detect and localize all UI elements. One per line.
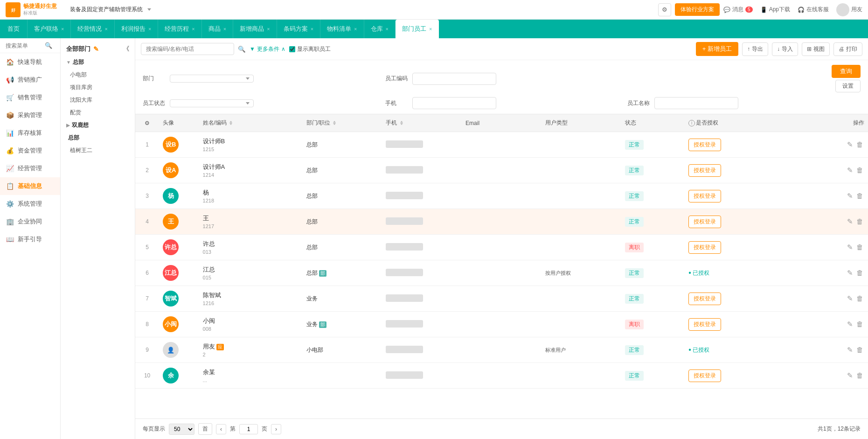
phone-filter-input[interactable] (412, 97, 496, 109)
sidebar-item-purchase[interactable]: 📦采购管理 (0, 106, 60, 124)
sidebar-item-operations[interactable]: 📈经营管理 (0, 160, 60, 177)
sidebar-search[interactable]: 🔍 (0, 38, 60, 53)
edit-button[interactable]: ✎ (846, 319, 854, 329)
tree-item-peihuo[interactable]: 配货 (61, 106, 135, 119)
print-button[interactable]: 🖨 打印 (833, 42, 862, 56)
sidebar-item-marketing[interactable]: 📢营销推广 (0, 71, 60, 89)
edit-button[interactable]: ✎ (846, 268, 854, 278)
auth-login-button[interactable]: 授权登录 (688, 241, 721, 254)
tab-close-icon[interactable]: × (148, 26, 151, 32)
tab-close-icon[interactable]: × (386, 26, 389, 32)
tab-close-icon[interactable]: × (223, 26, 226, 32)
gear-button[interactable]: ⚙ (658, 3, 671, 16)
page-input[interactable] (239, 424, 258, 434)
delete-button[interactable]: 🗑 (855, 191, 864, 201)
show-left-checkbox[interactable] (289, 46, 295, 52)
tab-close-icon[interactable]: × (192, 26, 194, 32)
search-button[interactable]: 🔍 (238, 46, 246, 53)
search-input[interactable] (141, 43, 234, 55)
delete-button[interactable]: 🗑 (855, 319, 864, 329)
nav-tab-物料清单[interactable]: 物料清单 × (320, 20, 364, 38)
first-page-button[interactable]: 首 (198, 423, 212, 435)
tree-item-xiangmuku[interactable]: 项目库房 (61, 81, 135, 94)
edit-button[interactable]: ✎ (846, 139, 854, 150)
auth-login-button[interactable]: 授权登录 (688, 190, 721, 202)
nav-tab-条码方案[interactable]: 条码方案 × (277, 20, 320, 38)
nav-tab-经营历程[interactable]: 经营历程 × (158, 20, 201, 38)
tab-close-icon[interactable]: × (354, 26, 357, 32)
nav-tab-首页[interactable]: 首页 (0, 20, 28, 38)
empcode-filter-input[interactable] (412, 73, 496, 85)
prev-page-button[interactable]: ‹ (216, 424, 226, 434)
add-employee-button[interactable]: + 新增员工 (696, 42, 738, 56)
edit-button[interactable]: ✎ (846, 370, 854, 381)
col-phone[interactable]: 手机 (382, 114, 462, 132)
delete-button[interactable]: 🗑 (855, 216, 864, 226)
auth-login-button[interactable]: 授权登录 (688, 293, 721, 305)
nav-tab-经营情况[interactable]: 经营情况 × (71, 20, 114, 38)
sidebar-item-guide[interactable]: 📖新手引导 (0, 230, 60, 248)
user-area[interactable]: 用友 (836, 3, 862, 16)
nav-tab-部门员工[interactable]: 部门员工 × (396, 20, 439, 38)
sidebar-item-quicknav[interactable]: 🏠快速导航 (0, 53, 60, 71)
nav-tab-仓库[interactable]: 仓库 × (364, 20, 396, 38)
auth-login-button[interactable]: 授权登录 (688, 369, 721, 382)
setting-button[interactable]: 设置 (835, 80, 861, 92)
sidebar-item-system[interactable]: ⚙️系统管理 (0, 195, 60, 213)
query-button[interactable]: 查询 (832, 65, 861, 78)
auth-login-button[interactable]: 授权登录 (688, 139, 721, 151)
delete-button[interactable]: 🗑 (855, 242, 864, 252)
edit-button[interactable]: ✎ (846, 191, 854, 201)
message-button[interactable]: 💬 消息 5 (723, 6, 753, 14)
tab-close-icon[interactable]: × (429, 26, 432, 32)
import-button[interactable]: ↓ 导入 (772, 42, 798, 56)
dept-collapse-icon[interactable]: 《 (123, 45, 129, 53)
sidebar-item-basic[interactable]: 📋基础信息 (0, 177, 60, 195)
tab-close-icon[interactable]: × (104, 26, 107, 32)
delete-button[interactable]: 🗑 (855, 293, 864, 303)
edit-button[interactable]: ✎ (846, 293, 854, 304)
trial-button[interactable]: 体验行业方案 (675, 3, 720, 16)
tree-item-xiaodianbu[interactable]: 小电部 (61, 69, 135, 81)
sidebar-item-finance[interactable]: 💰资金管理 (0, 142, 60, 160)
empstatus-filter-select[interactable] (170, 99, 254, 107)
sidebar-search-input[interactable] (6, 42, 43, 49)
page-size-select[interactable]: 50 20 100 (169, 424, 194, 435)
sidebar-item-enterprise[interactable]: 🏢企业协同 (0, 213, 60, 230)
tab-close-icon[interactable]: × (267, 26, 270, 32)
dept-edit-icon[interactable]: ✎ (93, 45, 99, 53)
tree-item-shenyang[interactable]: 沈阳大库 (61, 94, 135, 106)
auth-info-icon[interactable]: i (688, 120, 695, 126)
tree-group-shuanglu[interactable]: ▶ 双鹿想 (61, 119, 135, 132)
edit-button[interactable]: ✎ (846, 242, 854, 252)
edit-button[interactable]: ✎ (846, 165, 854, 175)
edit-button[interactable]: ✎ (846, 216, 854, 227)
edit-button[interactable]: ✎ (846, 345, 854, 355)
tree-group-zongbu2[interactable]: 总部 (61, 132, 135, 144)
col-dept[interactable]: 部门/职位 (303, 114, 382, 132)
nav-tab-新增商品[interactable]: 新增商品 × (233, 20, 277, 38)
auth-login-button[interactable]: 授权登录 (688, 164, 721, 177)
filter-button[interactable]: ▼ 更多条件 ∧ (250, 45, 285, 53)
next-page-button[interactable]: › (271, 424, 281, 434)
system-title-chevron[interactable] (147, 8, 151, 11)
empname-filter-input[interactable] (654, 97, 738, 109)
delete-button[interactable]: 🗑 (855, 268, 864, 278)
delete-button[interactable]: 🗑 (855, 139, 864, 149)
delete-button[interactable]: 🗑 (855, 345, 864, 355)
delete-button[interactable]: 🗑 (855, 370, 864, 380)
sidebar-item-inventory[interactable]: 📊库存核算 (0, 124, 60, 142)
delete-button[interactable]: 🗑 (855, 165, 864, 175)
nav-tab-利润报告[interactable]: 利润报告 × (115, 20, 158, 38)
dept-filter-select[interactable] (170, 75, 254, 83)
export-button[interactable]: ↑ 导出 (742, 42, 768, 56)
nav-tab-客户联络[interactable]: 客户联络 × (28, 20, 71, 38)
tab-close-icon[interactable]: × (61, 26, 64, 32)
col-settings[interactable]: ⚙ (135, 114, 159, 132)
sidebar-item-sales[interactable]: 🛒销售管理 (0, 89, 60, 106)
view-button[interactable]: ⊞ 视图 (802, 42, 830, 56)
tree-group-zongbu[interactable]: ▼ 总部 (61, 56, 135, 69)
show-left-toggle[interactable]: 显示离职员工 (289, 45, 331, 53)
online-service-button[interactable]: 🎧 在线客服 (798, 6, 829, 14)
app-download-button[interactable]: 📱 App下载 (760, 6, 790, 14)
